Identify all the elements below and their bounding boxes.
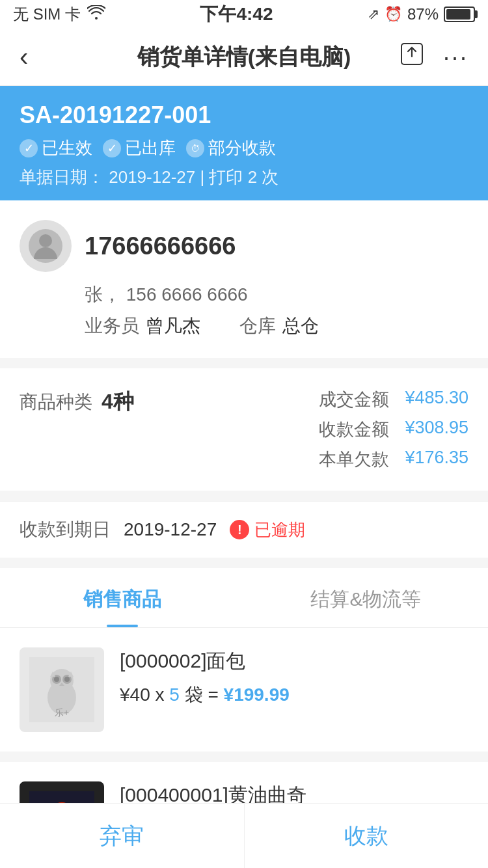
svg-point-1 (39, 234, 52, 247)
summary-row: 商品种类 4种 成交金额 ¥485.30 收款金额 ¥308.95 本单欠款 ¥… (20, 388, 468, 471)
qty-value-1: 5 (169, 685, 180, 705)
overdue-text: 已逾期 (254, 519, 305, 541)
effective-icon: ✓ (20, 139, 38, 157)
battery-icon (444, 7, 475, 22)
outbound-icon: ✓ (103, 139, 121, 157)
product-thumbnail-1: 乐+ (20, 647, 104, 732)
price-x-1: x (156, 685, 170, 705)
order-id-text: SA-20191227-001 (20, 102, 211, 129)
category-count: 4种 (102, 388, 134, 416)
customer-name-text: 张， (85, 284, 121, 305)
status-tag-effective: ✓ 已生效 (20, 137, 92, 159)
customer-phone: 156 6666 6666 (126, 284, 248, 305)
received-amount: ¥308.95 (405, 418, 468, 441)
salesperson-value: 曾凡杰 (146, 314, 200, 338)
date-label: 单据日期： (20, 167, 104, 187)
print-label: | 打印 (200, 167, 243, 187)
debt-label: 本单欠款 (319, 448, 389, 471)
salesperson-label: 业务员 (85, 314, 139, 338)
debt-row: 本单欠款 ¥176.35 (319, 448, 468, 471)
page-title: 销货单详情(来自电脑) (137, 42, 351, 72)
order-banner: SA-20191227-001 ✓ 已生效 ✓ 已出库 ⏱ 部分收款 单据日期：… (0, 86, 488, 200)
svg-text:乐+: 乐+ (55, 707, 69, 718)
tab-sales-label: 销售商品 (83, 588, 161, 610)
date-value: 2019-12-27 (109, 167, 195, 187)
tabs-row: 销售商品 结算&物流等 (0, 568, 488, 627)
warehouse-label: 仓库 (239, 314, 276, 338)
transaction-row: 成交金额 ¥485.30 (319, 388, 468, 411)
summary-right: 成交金额 ¥485.30 收款金额 ¥308.95 本单欠款 ¥176.35 (319, 388, 468, 471)
tabs-section: 销售商品 结算&物流等 (0, 568, 488, 628)
due-date-section: 收款到期日 2019-12-27 ! 已逾期 (0, 501, 488, 558)
tab-settlement-label: 结算&物流等 (310, 588, 421, 610)
transaction-amount: ¥485.30 (405, 388, 468, 411)
overdue-icon: ! (230, 520, 249, 539)
header-actions: ··· (400, 42, 468, 72)
summary-section: 商品种类 4种 成交金额 ¥485.30 收款金额 ¥308.95 本单欠款 ¥… (0, 368, 488, 491)
summary-left: 商品种类 4种 (20, 388, 134, 416)
salesperson-item: 业务员 曾凡杰 (85, 314, 200, 338)
abandon-label: 弃审 (100, 821, 144, 851)
alarm-icon: ⏰ (385, 6, 402, 23)
tab-settlement[interactable]: 结算&物流等 (244, 568, 488, 627)
category-label: 商品种类 (20, 390, 92, 414)
customer-account: 17666666666 (85, 232, 236, 260)
wifi-icon (87, 5, 105, 23)
order-id-row: SA-20191227-001 (20, 102, 468, 129)
product-name-1: [0000002]面包 (120, 647, 468, 675)
due-date-value: 2019-12-27 (124, 519, 217, 540)
order-status-tags: ✓ 已生效 ✓ 已出库 ⏱ 部分收款 (20, 137, 468, 159)
product-price-1: ¥40 x 5 袋 = ¥199.99 (120, 683, 468, 707)
share-button[interactable] (400, 42, 424, 72)
customer-info: 张， 156 6666 6666 (20, 282, 468, 307)
product-info-1: [0000002]面包 ¥40 x 5 袋 = ¥199.99 (120, 647, 468, 707)
customer-meta: 业务员 曾凡杰 仓库 总仓 (20, 314, 468, 338)
collect-button[interactable]: 收款 (245, 804, 489, 868)
carrier-text: 无 SIM 卡 (13, 4, 81, 25)
total-value-1: ¥199.99 (224, 685, 290, 705)
back-button[interactable]: ‹ (20, 42, 28, 72)
customer-section: 17666666666 张， 156 6666 6666 业务员 曾凡杰 仓库 … (0, 200, 488, 358)
abandon-button[interactable]: 弃审 (0, 804, 245, 868)
received-label: 收款金额 (319, 418, 389, 441)
location-icon: ⇗ (368, 6, 379, 23)
svg-point-8 (64, 677, 70, 682)
transaction-label: 成交金额 (319, 388, 389, 411)
status-time: 下午4:42 (200, 2, 273, 27)
status-tag-partial: ⏱ 部分收款 (186, 137, 276, 159)
price-value-1: ¥40 (120, 685, 150, 705)
warehouse-item: 仓库 总仓 (239, 314, 319, 338)
print-count: 2 (248, 167, 257, 187)
customer-row: 17666666666 (20, 220, 468, 272)
received-row: 收款金额 ¥308.95 (319, 418, 468, 441)
collect-label: 收款 (344, 821, 388, 851)
svg-point-7 (54, 677, 59, 682)
due-date-label: 收款到期日 (20, 517, 111, 542)
more-button[interactable]: ··· (443, 44, 468, 71)
header: ‹ 销货单详情(来自电脑) ··· (0, 29, 488, 86)
print-suffix: 次 (262, 167, 278, 187)
battery-percent: 87% (407, 5, 439, 23)
status-effective: 已生效 (42, 137, 92, 159)
equals-1: = (208, 685, 223, 705)
order-date: 单据日期： 2019-12-27 | 打印 2 次 (20, 166, 468, 189)
table-row: 乐+ [0000002]面包 ¥40 x 5 袋 = ¥199.99 (0, 628, 488, 752)
bottom-bar: 弃审 收款 (0, 803, 488, 868)
unit-value-1: 袋 (185, 685, 203, 705)
partial-icon: ⏱ (186, 139, 204, 157)
avatar-inner (29, 229, 62, 263)
avatar (20, 220, 72, 272)
status-left: 无 SIM 卡 (13, 4, 105, 25)
status-partial: 部分收款 (208, 137, 276, 159)
status-tag-outbound: ✓ 已出库 (103, 137, 176, 159)
tab-sales-products[interactable]: 销售商品 (0, 568, 244, 627)
status-right: ⇗ ⏰ 87% (368, 5, 475, 23)
status-outbound: 已出库 (125, 137, 176, 159)
tab-underline (107, 625, 138, 627)
status-bar: 无 SIM 卡 下午4:42 ⇗ ⏰ 87% (0, 0, 488, 29)
debt-amount: ¥176.35 (405, 448, 468, 471)
warehouse-value: 总仓 (282, 314, 319, 338)
overdue-badge: ! 已逾期 (230, 519, 305, 541)
